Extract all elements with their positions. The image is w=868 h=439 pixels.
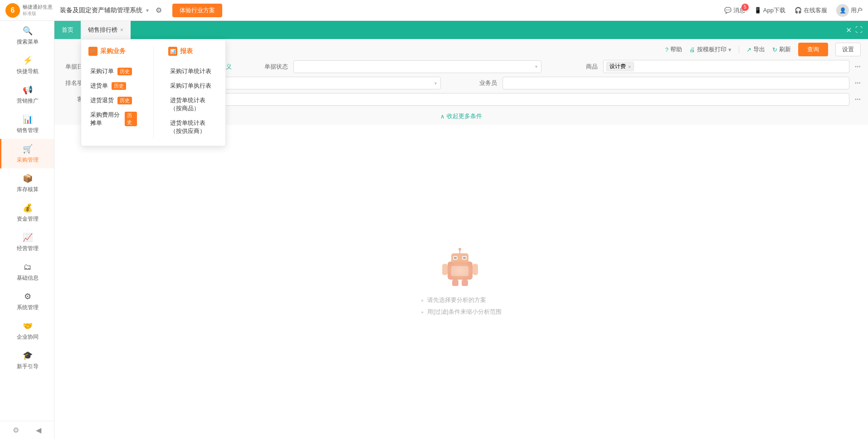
message-btn[interactable]: 💬 消息 5 (724, 6, 745, 15)
refresh-icon: ↻ (772, 46, 777, 53)
salesperson-label: 业务员 (470, 79, 497, 87)
goods-tag-close[interactable]: × (628, 64, 631, 69)
sidebar-settings-icon[interactable]: ⚙ (13, 426, 19, 434)
dropdown-item-purchase-order[interactable]: 采购订单 历史 (88, 64, 139, 79)
search-icon: 🔍 (22, 25, 33, 36)
user-avatar: 👤 (836, 4, 849, 17)
online-service-label: 在线客服 (804, 6, 827, 15)
operations-icon: 📈 (22, 232, 33, 243)
dropdown-label-purchase-order-exec: 采购订单执行表 (170, 82, 211, 90)
status-select[interactable]: ▾ (293, 60, 541, 73)
dropdown-label-purchase-order: 采购订单 (90, 67, 114, 75)
tab-sales-ranking[interactable]: 销售排行榜 × 🛒 采购业务 采购订单 历史 进货单 (81, 21, 131, 39)
sidebar-item-collab[interactable]: 🤝 企业协同 (0, 316, 54, 345)
svg-rect-4 (454, 257, 457, 259)
empty-state: 请先选择要分析的方案 用[过滤]条件来缩小分析范围 (421, 248, 501, 316)
sidebar-item-finance[interactable]: 💰 资金管理 (0, 198, 54, 227)
tab-bar: 首页 销售排行榜 × 🛒 采购业务 采购订单 历史 (54, 21, 868, 39)
refresh-label: 刷新 (779, 45, 791, 54)
dropdown-label-goods-receipt: 进货单 (90, 82, 108, 90)
toolbar-divider1 (739, 46, 739, 53)
sidebar-item-marketing[interactable]: 📢 营销推广 (0, 80, 54, 109)
goods-dots-btn[interactable]: ··· (855, 63, 861, 71)
sidebar-label-purchase: 采购管理 (17, 156, 39, 164)
sidebar-label-quicknav: 快捷导航 (17, 68, 39, 75)
tab-home[interactable]: 首页 (54, 21, 81, 39)
query-btn[interactable]: 查询 (798, 43, 828, 56)
sidebar-label-search: 搜索菜单 (17, 38, 39, 46)
app-download-label: App下载 (763, 6, 785, 15)
dropdown-item-purchase-order-report[interactable]: 采购订单统计表 (168, 64, 219, 79)
svg-rect-11 (462, 280, 468, 286)
print-dropdown-arrow[interactable]: ▾ (728, 46, 731, 53)
sidebar-item-system[interactable]: ⚙ 系统管理 (0, 286, 54, 316)
dropdown-item-purchase-order-exec[interactable]: 采购订单执行表 (168, 79, 219, 93)
sidebar-item-basicinfo[interactable]: 🗂 基础信息 (0, 257, 54, 286)
dropdown-item-goods-return[interactable]: 进货退货 历史 (88, 93, 139, 108)
export-icon: ↗ (746, 46, 751, 53)
purchase-icon: 🛒 (22, 143, 33, 154)
sidebar-item-newbie[interactable]: 🎓 新手引导 (0, 345, 54, 375)
sidebar-label-system: 系统管理 (17, 304, 39, 311)
report-section-title: 📊 报表 (168, 47, 219, 59)
inventory-icon: 📦 (22, 173, 33, 184)
tab-close-all-icon[interactable]: ✕ (846, 26, 852, 35)
sidebar-item-inventory[interactable]: 📦 库存核算 (0, 168, 54, 198)
sidebar-item-purchase[interactable]: 🛒 采购管理 (0, 139, 54, 168)
finance-icon: 💰 (22, 202, 33, 213)
salesperson-input[interactable] (502, 77, 849, 89)
goods-label: 商品 (571, 63, 598, 71)
system-icon: ⚙ (22, 291, 33, 302)
collapse-btn[interactable]: ∧ 收起更多条件 (440, 112, 482, 120)
user-area[interactable]: 👤 用户 (836, 4, 863, 17)
dropdown-item-goods-by-product[interactable]: 进货单统计表（按商品） (168, 93, 219, 116)
basicinfo-icon: 🗂 (22, 261, 33, 272)
content-body: 请先选择要分析的方案 用[过滤]条件来缩小分析范围 (54, 125, 868, 439)
sidebar-label-sales: 销售管理 (17, 127, 39, 134)
customer-dots-btn[interactable]: ··· (855, 95, 861, 104)
history-badge-goods-receipt: 历史 (112, 82, 126, 90)
history-badge-goods-return: 历史 (117, 97, 132, 104)
industry-btn[interactable]: 体验行业方案 (172, 4, 222, 17)
purchase-dropdown-menu: 🛒 采购业务 采购订单 历史 进货单 历史 进货退货 (81, 39, 226, 146)
collapse-label: 收起更多条件 (447, 112, 482, 120)
dropdown-item-goods-by-supplier[interactable]: 进货单统计表（按供应商） (168, 116, 219, 138)
message-icon: 💬 (724, 7, 731, 14)
status-arrow: ▾ (535, 64, 537, 69)
settings-icon-btn[interactable]: ⚙ (152, 4, 165, 17)
salesperson-dots-btn[interactable]: ··· (855, 79, 861, 87)
newbie-icon: 🎓 (22, 350, 33, 361)
purchase-section-title: 🛒 采购业务 (88, 47, 139, 59)
dropdown-item-purchase-expense[interactable]: 采购费用分摊单 历史 (88, 108, 139, 130)
settings-btn[interactable]: 设置 (835, 43, 861, 56)
sidebar-item-operations[interactable]: 📈 经营管理 (0, 227, 54, 257)
app-title-dropdown-icon[interactable]: ▾ (146, 7, 149, 14)
sidebar-label-collab: 企业协同 (17, 333, 39, 341)
dropdown-label-purchase-expense: 采购费用分摊单 (90, 111, 121, 127)
quicknav-icon: ⚡ (22, 55, 33, 66)
export-btn[interactable]: ↗ 导出 (746, 45, 765, 54)
sales-icon: 📊 (22, 114, 33, 125)
tab-maximize-icon[interactable]: ⛶ (855, 26, 863, 34)
main-layout: 🔍 搜索菜单 ⚡ 快捷导航 📢 营销推广 📊 销售管理 🛒 采购管理 📦 库存核… (0, 21, 868, 439)
history-badge-purchase-expense: 历史 (125, 112, 137, 126)
sidebar-item-search[interactable]: 🔍 搜索菜单 (0, 21, 54, 50)
help-btn[interactable]: ? 帮助 (665, 45, 682, 54)
sidebar-item-sales[interactable]: 📊 销售管理 (0, 109, 54, 139)
tab-close-icon[interactable]: × (120, 27, 123, 33)
sidebar-item-quicknav[interactable]: ⚡ 快捷导航 (0, 50, 54, 80)
print-btn[interactable]: 🖨 按模板打印 ▾ (689, 45, 731, 54)
header-right: 💬 消息 5 📱 App下载 🎧 在线客服 👤 用户 (724, 4, 863, 17)
app-download-btn[interactable]: 📱 App下载 (754, 6, 785, 15)
help-label: 帮助 (670, 45, 682, 54)
sidebar-collapse-icon[interactable]: ◀ (36, 426, 41, 434)
svg-rect-12 (451, 266, 468, 276)
svg-rect-10 (452, 280, 458, 286)
dropdown-divider (153, 47, 154, 138)
goods-tags[interactable]: 设计费 × (603, 60, 849, 73)
dropdown-item-goods-receipt[interactable]: 进货单 历史 (88, 79, 139, 93)
online-service-btn[interactable]: 🎧 在线客服 (795, 6, 827, 15)
phone-icon: 📱 (754, 7, 761, 14)
content-area: 首页 销售排行榜 × 🛒 采购业务 采购订单 历史 (54, 21, 868, 439)
refresh-btn[interactable]: ↻ 刷新 (772, 45, 791, 54)
